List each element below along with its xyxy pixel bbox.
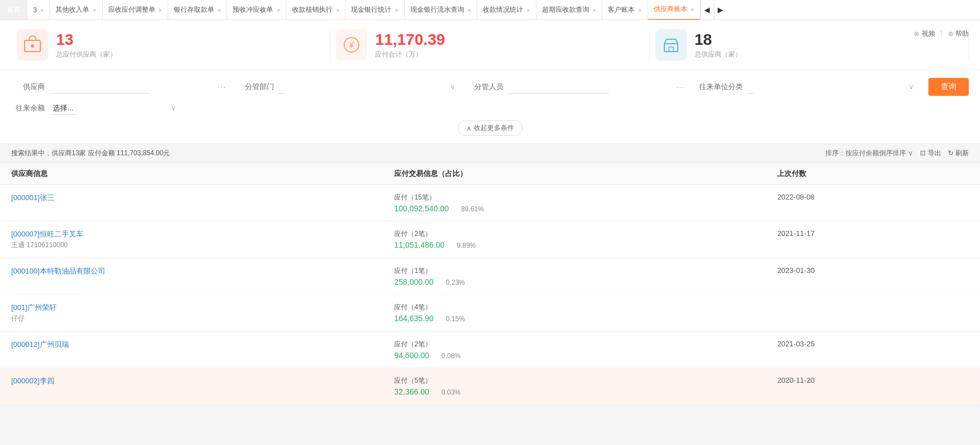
tx-amount-2[interactable]: 258,000.00 bbox=[394, 277, 433, 286]
supplier-link-3[interactable]: [001]广州荣轩 bbox=[11, 303, 57, 312]
tx-cell-4: 应付（2笔） 94,600.00 0.08% bbox=[394, 340, 777, 360]
nav-tab-3[interactable]: 3 × bbox=[27, 0, 50, 20]
close-tab-7[interactable]: × bbox=[468, 7, 471, 13]
category-select[interactable] bbox=[747, 80, 754, 94]
tx-label-0: 应付（15笔） bbox=[394, 193, 777, 202]
close-tab-11[interactable]: × bbox=[691, 6, 694, 13]
total-suppliers-number: 18 bbox=[695, 31, 742, 49]
tx-label-3: 应付（4笔） bbox=[394, 303, 777, 312]
close-tab-8[interactable]: × bbox=[526, 7, 530, 13]
nav-home[interactable]: 首页 bbox=[0, 0, 27, 20]
category-filter-label: 往来单位分类 bbox=[699, 82, 743, 92]
payable-suppliers-number: 13 bbox=[56, 31, 117, 49]
nav-tab-adjustment[interactable]: 应收应付调整单 × bbox=[103, 0, 168, 20]
close-tab-9[interactable]: × bbox=[593, 7, 596, 13]
nav-prev-arrow[interactable]: ◀ bbox=[700, 0, 714, 20]
nav-tab-collection-stat[interactable]: 收款情况统计 × bbox=[477, 0, 536, 20]
summary-bar: 13 总应付供应商（家） ¥ 11,170.39 应付合计（万） bbox=[0, 20, 980, 70]
close-tab-0[interactable]: × bbox=[40, 7, 44, 13]
filter-category: 往来单位分类 ∨ bbox=[699, 80, 917, 94]
help-link[interactable]: ⊙ 帮助 bbox=[948, 29, 969, 39]
video-link[interactable]: ⊙ 视频 bbox=[914, 29, 935, 39]
supplier-cell-0: [000001]张三 bbox=[11, 193, 394, 203]
supplier-cell-4: [000012]广州贝瑞 bbox=[11, 340, 394, 350]
tx-amount-1[interactable]: 11,051,486.00 bbox=[394, 240, 445, 249]
last-pay-date-2: 2023-01-30 bbox=[777, 266, 815, 275]
nav-tab-customer-ledger[interactable]: 客户账本 × bbox=[602, 0, 648, 20]
nav-next-arrow[interactable]: ▶ bbox=[714, 0, 727, 20]
nav-tab-other-income[interactable]: 其他收入单 × bbox=[50, 0, 102, 20]
summary-card-payable-amount: ¥ 11,170.39 应付合计（万） bbox=[330, 29, 649, 61]
tx-cell-3: 应付（4笔） 164,635.90 0.15% bbox=[394, 303, 777, 323]
collapse-arrow-icon: ∧ bbox=[466, 124, 471, 132]
tx-amount-3[interactable]: 164,635.90 bbox=[394, 314, 433, 323]
tx-percent-4: 0.08% bbox=[441, 352, 460, 360]
balance-select[interactable]: 选择... bbox=[49, 101, 77, 115]
total-suppliers-text: 18 总供应商（家） bbox=[695, 31, 742, 59]
close-tab-4[interactable]: × bbox=[276, 7, 280, 13]
svg-text:¥: ¥ bbox=[349, 40, 354, 49]
last-pay-cell-1: 2021-11-17 bbox=[777, 229, 969, 238]
tx-amount-row-5: 32,366.00 0.03% bbox=[394, 387, 777, 396]
nav-tab-overdue-query[interactable]: 超期应收款查询 × bbox=[537, 0, 602, 20]
dept-select[interactable] bbox=[279, 80, 285, 94]
supplier-sub-3: 仔仔 bbox=[11, 314, 394, 323]
tx-amount-4[interactable]: 94,600.00 bbox=[394, 351, 429, 360]
supplier-input[interactable] bbox=[49, 80, 150, 94]
table-row: [000100]本特勒油品有限公司 应付（1笔） 258,000.00 0.23… bbox=[0, 258, 980, 295]
nav-tab-supplier-ledger[interactable]: 供应商账本 × bbox=[648, 0, 700, 20]
tx-cell-0: 应付（15笔） 100,092,540.00 89.61% bbox=[394, 193, 777, 213]
category-dropdown-wrap: ∨ bbox=[747, 80, 917, 94]
supplier-dots-icon: ··· bbox=[218, 82, 226, 91]
query-button[interactable]: 查询 bbox=[928, 78, 969, 96]
last-pay-cell-4: 2021-03-25 bbox=[777, 340, 969, 348]
tx-cell-2: 应付（1笔） 258,000.00 0.23% bbox=[394, 266, 777, 286]
tx-amount-5[interactable]: 32,366.00 bbox=[394, 387, 429, 396]
payable-amount-label: 应付合计（万） bbox=[375, 50, 445, 59]
person-input[interactable] bbox=[508, 80, 609, 94]
tx-label-4: 应付（2笔） bbox=[394, 340, 777, 349]
tx-percent-0: 89.61% bbox=[461, 205, 484, 213]
supplier-link-1[interactable]: [000007]恒旺二手叉车 bbox=[11, 230, 84, 238]
sort-arrow-icon: ∨ bbox=[908, 149, 913, 157]
refresh-btn[interactable]: ↻ 刷新 bbox=[948, 149, 969, 158]
supplier-link-2[interactable]: [000100]本特勒油品有限公司 bbox=[11, 267, 105, 275]
collapse-button[interactable]: ∧ 收起更多条件 bbox=[458, 120, 523, 136]
dept-dropdown-wrap: ∨ bbox=[279, 80, 459, 94]
supplier-cell-1: [000007]恒旺二手叉车 王通 17106110000 bbox=[11, 229, 394, 250]
close-tab-10[interactable]: × bbox=[638, 7, 641, 13]
export-btn[interactable]: ⊡ 导出 bbox=[920, 149, 941, 158]
nav-tab-advance[interactable]: 预收冲应收单 × bbox=[227, 0, 286, 20]
last-pay-date-5: 2020-11-20 bbox=[777, 376, 815, 384]
table-row: [001]广州荣轩 仔仔 应付（4笔） 164,635.90 0.15% bbox=[0, 295, 980, 332]
supplier-link-4[interactable]: [000012]广州贝瑞 bbox=[11, 340, 69, 349]
close-tab-6[interactable]: × bbox=[395, 7, 398, 13]
table-header: 供应商信息 应付交易信息（占比） 上次付数 bbox=[0, 163, 980, 185]
tx-amount-row-1: 11,051,486.00 9.89% bbox=[394, 240, 777, 249]
supplier-link-0[interactable]: [000001]张三 bbox=[11, 193, 54, 202]
tx-label-1: 应付（2笔） bbox=[394, 229, 777, 239]
col-last-pay: 上次付数 bbox=[777, 169, 969, 179]
table-row: [000007]恒旺二手叉车 王通 17106110000 应付（2笔） 11,… bbox=[0, 221, 980, 258]
sort-label: 排序：按应付余额倒序排序 ∨ bbox=[825, 149, 913, 158]
close-tab-3[interactable]: × bbox=[218, 7, 221, 13]
supplier-input-wrap: ··· bbox=[49, 80, 229, 94]
nav-tab-bank-deposit[interactable]: 银行存取款单 × bbox=[168, 0, 227, 20]
summary-top-right: ⊙ 视频 | ⊙ 帮助 bbox=[914, 29, 969, 39]
nav-tab-payment-exec[interactable]: 收款核销执行 × bbox=[286, 0, 345, 20]
close-tab-1[interactable]: × bbox=[93, 7, 96, 13]
filter-balance: 往来余额 选择... ∨ bbox=[11, 101, 179, 115]
tx-percent-3: 0.15% bbox=[446, 315, 465, 323]
nav-tab-cashflow-query[interactable]: 现金银行流水查询 × bbox=[405, 0, 477, 20]
close-tab-2[interactable]: × bbox=[159, 7, 162, 13]
nav-tab-cash-bank-stat[interactable]: 现金银行统计 × bbox=[345, 0, 404, 20]
supplier-link-5[interactable]: [000002]李四 bbox=[11, 377, 54, 385]
payable-amount-text: 11,170.39 应付合计（万） bbox=[375, 31, 445, 59]
tx-amount-0[interactable]: 100,092,540.00 bbox=[394, 204, 449, 213]
last-pay-cell-5: 2020-11-20 bbox=[777, 376, 969, 384]
tx-percent-2: 0.23% bbox=[446, 279, 465, 286]
filter-person: 分管人员 ··· bbox=[470, 80, 688, 94]
close-tab-5[interactable]: × bbox=[336, 7, 339, 13]
filter-dept: 分管部门 ∨ bbox=[241, 80, 459, 94]
last-pay-date-4: 2021-03-25 bbox=[777, 340, 815, 348]
